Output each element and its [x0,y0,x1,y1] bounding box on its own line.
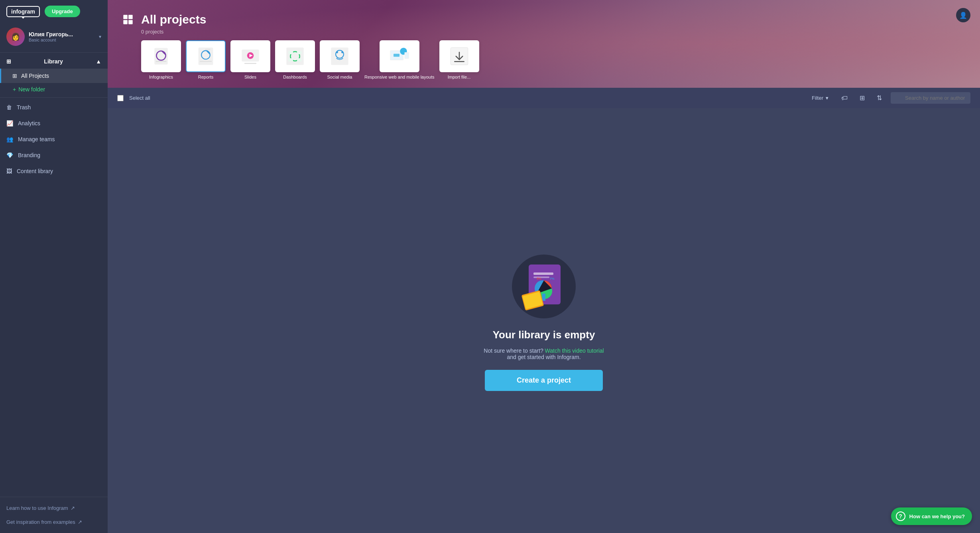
all-projects-icon [120,12,136,27]
svg-rect-22 [297,58,302,61]
sidebar-item-analytics[interactable]: 📈 Analytics [0,115,108,131]
chevron-down-icon: ▾ [99,34,101,39]
infographics-label: Infographics [149,75,173,79]
external-icon-learn: ↗ [71,505,75,511]
sidebar-item-trash[interactable]: 🗑 Trash [0,99,108,115]
page-title: All projects [141,13,206,26]
svg-rect-1 [128,15,133,19]
sidebar-item-all-projects[interactable]: ⊞ All Projects [0,69,108,83]
user-icon-button[interactable]: 👤 [956,8,970,22]
user-name: Юлия Григорь... [29,31,95,38]
search-input[interactable] [891,92,970,104]
slides-label: Slides [244,75,256,79]
sidebar-item-branding[interactable]: 💎 Branding [0,147,108,163]
svg-rect-19 [288,51,293,54]
import-label: Import file... [448,75,470,79]
help-badge[interactable]: ? How can we help you? [891,507,972,525]
svg-point-26 [341,51,343,53]
analytics-icon: 📈 [6,120,13,126]
svg-rect-0 [123,15,128,19]
sidebar: infogram Upgrade 👩 Юлия Григорь... Basic… [0,0,108,533]
svg-rect-11 [200,63,208,63]
avatar: 👩 [6,28,25,46]
grid-view-button[interactable]: ⊞ [856,92,868,104]
video-tutorial-link[interactable]: Watch this video tutorial [545,347,604,354]
main-content: 👤 All projects 0 projects [108,0,980,533]
profile-icon: 👤 [959,12,967,19]
upgrade-button[interactable]: Upgrade [45,6,80,17]
project-types-row: Infographics Reports [120,35,967,79]
sort-button[interactable]: ⇅ [874,92,885,104]
divider-1 [0,52,108,53]
svg-rect-10 [200,61,212,62]
subtitle-before: Not sure where to start? [484,347,543,354]
sort-icon: ⇅ [877,95,882,101]
social-media-label: Social media [327,75,352,79]
tag-filter-button[interactable]: 🏷 [838,92,851,104]
project-type-responsive[interactable]: Responsive web and mobile layouts [364,40,435,79]
svg-rect-16 [244,63,256,64]
library-icon: ⊞ [6,58,11,65]
branding-label: Branding [18,152,40,158]
sidebar-item-content-library[interactable]: 🖼 Content library [0,163,108,179]
learn-label: Learn how to use Infogram [6,505,68,511]
svg-rect-21 [288,58,293,61]
project-type-social-media[interactable]: Social media [320,40,360,79]
logo[interactable]: infogram [6,6,40,17]
help-icon: ? [896,511,905,521]
sidebar-header: infogram Upgrade [0,0,108,23]
external-icon-examples: ↗ [78,519,82,525]
grid-icon: ⊞ [12,73,17,79]
reports-thumb [186,40,226,72]
library-section[interactable]: ⊞ Library ▲ [0,54,108,69]
select-all-label[interactable]: Select all [129,95,150,101]
svg-text:5%: 5% [537,277,541,280]
create-project-button[interactable]: Create a project [485,370,603,391]
svg-rect-38 [533,272,553,275]
plus-icon: + [13,86,16,93]
sidebar-item-manage-teams[interactable]: 👥 Manage teams [0,131,108,147]
hero-banner: 👤 All projects 0 projects [108,0,980,88]
responsive-label: Responsive web and mobile layouts [364,75,435,79]
svg-rect-12 [205,49,210,50]
toolbar: Select all Filter ▾ 🏷 ⊞ ⇅ 🔍 [108,88,980,108]
svg-rect-31 [405,53,409,58]
import-thumb [439,40,479,72]
help-label: How can we help you? [909,513,965,519]
divider-2 [0,97,108,98]
responsive-thumb [380,40,419,72]
filter-label: Filter [812,95,823,101]
hero-content-area: All projects 0 projects [108,0,980,79]
teams-label: Manage teams [18,136,55,142]
select-all-checkbox[interactable] [117,95,124,101]
examples-label: Get inspiration from examples [6,519,75,525]
chevron-down-icon: ▾ [826,95,828,101]
infographics-thumb [141,40,181,72]
project-type-dashboards[interactable]: Dashboards [275,40,315,79]
project-type-import[interactable]: Import file... [439,40,479,79]
teams-icon: 👥 [6,136,13,142]
user-info: Юлия Григорь... Basic account [29,31,95,42]
project-type-slides[interactable]: Slides [230,40,270,79]
project-type-reports[interactable]: Reports [186,40,226,79]
svg-rect-39 [533,276,549,278]
new-folder-button[interactable]: + New folder [0,83,108,96]
empty-title: Your library is empty [493,329,595,341]
user-section[interactable]: 👩 Юлия Григорь... Basic account ▾ [0,23,108,51]
library-label: Library [44,58,63,65]
reports-label: Reports [198,75,214,79]
svg-rect-43 [542,294,545,301]
filter-button[interactable]: Filter ▾ [808,93,832,103]
svg-rect-20 [297,51,302,54]
dashboards-thumb [275,40,315,72]
tag-icon: 🏷 [841,95,848,101]
svg-rect-3 [128,20,133,24]
content-label: Content library [17,168,53,174]
svg-rect-6 [156,61,167,62]
svg-rect-17 [286,47,303,65]
examples-link[interactable]: Get inspiration from examples ↗ [0,515,108,529]
project-type-infographics[interactable]: Infographics [141,40,181,79]
svg-point-25 [336,51,338,53]
trash-label: Trash [17,104,31,111]
learn-link[interactable]: Learn how to use Infogram ↗ [0,501,108,515]
